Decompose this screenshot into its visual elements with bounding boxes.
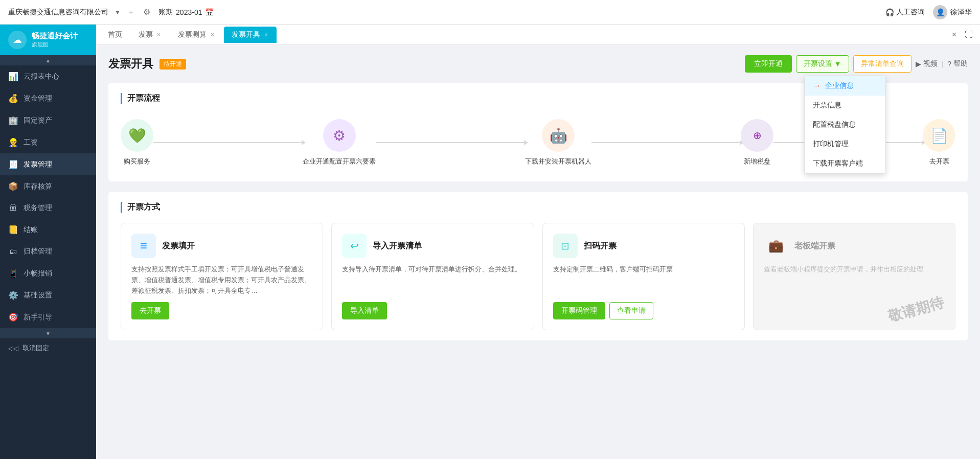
guide-icon: 🎯 <box>8 312 18 322</box>
page-title-area: 发票开具 待开通 <box>108 56 186 72</box>
step-label-5: 去开票 <box>929 157 949 166</box>
sidebar-item-label: 固定资产 <box>24 116 52 125</box>
dropdown-item-printer[interactable]: 打印机管理 <box>805 134 885 154</box>
settings-icon-btn[interactable]: ⚙ <box>141 5 152 19</box>
settings-icon: ⚙️ <box>8 290 18 300</box>
view-apply-btn[interactable]: 查看申请 <box>609 302 653 319</box>
sidebar-item-funds[interactable]: 💰 资金管理 <box>0 87 96 109</box>
help-btn[interactable]: ? 帮助 <box>947 59 968 68</box>
consult-btn[interactable]: 🎧 人工咨询 <box>885 8 925 17</box>
status-badge: 待开通 <box>159 59 186 70</box>
connector-1 <box>153 142 303 143</box>
tax-icon: 🏛 <box>8 203 18 213</box>
page-header: 发票开具 待开通 立即开通 开票设置 ▼ 异常清单查询 ▶ 视频 | <box>108 55 968 73</box>
sidebar-item-invoice[interactable]: 🧾 发票管理 <box>0 153 96 175</box>
sidebar-item-expense[interactable]: 📱 小畅报销 <box>0 262 96 284</box>
method-card-header-1: ≡ 发票填开 <box>131 234 312 258</box>
page-content: 发票开具 待开通 立即开通 开票设置 ▼ 异常清单查询 ▶ 视频 | <box>96 45 980 459</box>
dropdown-item-ticket-info[interactable]: 开票信息 <box>805 96 885 115</box>
company-dropdown-btn[interactable]: ▼ <box>115 9 121 16</box>
connector-line-3 <box>591 142 741 143</box>
top-bar: 重庆畅捷交通信息咨询有限公司 ▼ + ⚙ 账期 2023-01 📅 🎧 人工咨询… <box>0 0 980 25</box>
flow-step-3: 🤖 下载并安装开票机器人 <box>525 119 591 166</box>
tab-invoice-calc[interactable]: 发票测算 × <box>170 27 223 43</box>
sidebar-scroll-down[interactable]: ▼ <box>0 328 96 338</box>
top-bar-right: 🎧 人工咨询 👤 徐泽华 <box>885 5 972 19</box>
sidebar-scroll-up[interactable]: ▲ <box>0 55 96 65</box>
tab-close-calc[interactable]: × <box>210 31 215 38</box>
overlay-text: 敬请期待 <box>886 293 946 327</box>
method-title-4: 老板端开票 <box>794 241 835 251</box>
dropdown-item-tax-config[interactable]: 配置税盘信息 <box>805 115 885 134</box>
tabs-bar: 首页 发票 × 发票测算 × 发票开具 × × ⛶ <box>96 25 980 45</box>
tab-close-all-btn[interactable]: × <box>949 28 960 41</box>
sidebar-item-settle[interactable]: 📒 结账 <box>0 219 96 241</box>
page-actions: 立即开通 开票设置 ▼ 异常清单查询 ▶ 视频 | ? 帮助 <box>745 55 968 73</box>
tab-home[interactable]: 首页 <box>100 27 130 43</box>
boss-invoice-icon: 💼 <box>764 234 788 258</box>
tabs-right: × ⛶ <box>949 28 976 41</box>
qr-code-manage-btn[interactable]: 开票码管理 <box>553 302 605 319</box>
sidebar-cancel[interactable]: ◁◁ 取消固定 <box>0 338 96 358</box>
tab-expand-btn[interactable]: ⛶ <box>962 28 976 41</box>
step-icon-3: 🤖 <box>542 119 575 152</box>
step-label-1: 购买服务 <box>124 157 150 166</box>
abnormal-list-btn[interactable]: 异常清单查询 <box>853 55 911 73</box>
flow-step-1: 💚 购买服务 <box>121 119 153 166</box>
tab-close-issue[interactable]: × <box>263 31 269 38</box>
sidebar-item-settings[interactable]: ⚙️ 基础设置 <box>0 284 96 306</box>
calendar-icon[interactable]: 📅 <box>205 8 214 16</box>
sidebar-item-guide[interactable]: 🎯 新手引导 <box>0 306 96 328</box>
methods-section: 开票方式 ≡ 发票填开 支持按照发票样式手工填开发票；可开具增值税电子普通发票、… <box>108 192 968 340</box>
fill-invoice-btn[interactable]: 去开票 <box>131 302 169 319</box>
video-btn[interactable]: ▶ 视频 <box>916 59 938 68</box>
method-card-import: ↩ 导入开票清单 支持导入待开票清单，可对待开票清单进行拆分、合并处理。 导入清… <box>331 223 534 330</box>
sidebar-item-label: 小畅报销 <box>24 269 52 278</box>
user-avatar: 👤 <box>933 5 947 19</box>
flow-step-5: 📄 去开票 <box>923 119 955 166</box>
user-info[interactable]: 👤 徐泽华 <box>933 5 972 19</box>
tab-close-invoice[interactable]: × <box>156 31 162 38</box>
activate-btn[interactable]: 立即开通 <box>745 55 792 73</box>
content-area: 首页 发票 × 发票测算 × 发票开具 × × ⛶ <box>96 25 980 459</box>
sidebar-item-inventory[interactable]: 📦 库存核算 <box>0 175 96 197</box>
settings-dropdown-menu: → 企业信息 开票信息 配置税盘信息 打印机管理 下 <box>804 76 886 174</box>
cancel-label: 取消固定 <box>22 343 49 353</box>
dropdown-item-company[interactable]: → 企业信息 <box>805 76 885 96</box>
headset-icon: 🎧 <box>885 8 894 16</box>
method-footer-3: 开票码管理 查看申请 <box>553 302 734 319</box>
sidebar-item-tax[interactable]: 🏛 税务管理 <box>0 197 96 219</box>
sep1: + <box>129 8 133 16</box>
sidebar: ☁ 畅捷通好会计 旗舰版 ▲ 📊 云报表中心 💰 资金管理 🏢 固定资产 👷 工… <box>0 25 96 459</box>
scan-invoice-icon: ⊡ <box>553 234 578 258</box>
connector-3 <box>591 142 741 143</box>
logo-sub: 旗舰版 <box>32 41 78 49</box>
method-card-scan: ⊡ 扫码开票 支持定制开票二维码，客户端可扫码开票 开票码管理 查看申请 <box>542 223 745 330</box>
reports-icon: 📊 <box>8 72 18 81</box>
tab-invoice-issue[interactable]: 发票开具 × <box>224 27 277 43</box>
method-desc-1: 支持按照发票样式手工填开发票；可开具增值税电子普通发票、增值税普通发票、增值税专… <box>131 264 312 296</box>
sidebar-item-label: 发票管理 <box>24 160 52 169</box>
import-invoice-btn[interactable]: 导入清单 <box>342 302 387 319</box>
settings-dropdown-btn[interactable]: 开票设置 ▼ <box>796 55 849 73</box>
sidebar-item-reports[interactable]: 📊 云报表中心 <box>0 65 96 87</box>
sidebar-item-assets[interactable]: 🏢 固定资产 <box>0 109 96 131</box>
page-title: 发票开具 <box>108 56 153 72</box>
company-name: 重庆畅捷交通信息咨询有限公司 <box>8 8 108 17</box>
sidebar-item-label: 新手引导 <box>24 313 52 322</box>
method-card-fill: ≡ 发票填开 支持按照发票样式手工填开发票；可开具增值税电子普通发票、增值税普通… <box>121 223 323 330</box>
dropdown-item-download-client[interactable]: 下载开票客户端 <box>805 154 885 173</box>
sidebar-item-payroll[interactable]: 👷 工资 <box>0 131 96 153</box>
cancel-pin-icon: ◁◁ <box>8 345 18 352</box>
step-icon-5: 📄 <box>923 119 955 152</box>
step-icon-2: ⚙ <box>323 119 356 152</box>
sidebar-item-label: 归档管理 <box>24 247 52 256</box>
assets-icon: 🏢 <box>8 116 18 125</box>
tab-invoice[interactable]: 发票 × <box>131 27 169 43</box>
method-card-header-3: ⊡ 扫码开票 <box>553 234 734 258</box>
dropdown-arrow: → <box>813 81 821 90</box>
method-footer-2: 导入清单 <box>342 302 523 319</box>
sidebar-item-label: 库存核算 <box>24 182 52 191</box>
import-invoice-icon: ↩ <box>342 234 367 258</box>
sidebar-item-archive[interactable]: 🗂 归档管理 <box>0 241 96 262</box>
